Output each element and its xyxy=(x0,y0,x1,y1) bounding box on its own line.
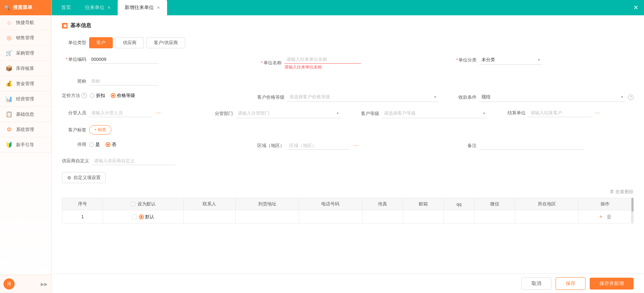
sidebar-item-basic-info[interactable]: 📋 基础信息 xyxy=(0,107,51,122)
pricing-method-radios: 折扣 价格等级 xyxy=(90,92,135,99)
main-area: 首页 往来单位 ✕ 新增往来单位 ✕ ✕ ▣ 基本信息 单位类型 客户 供应商 … xyxy=(52,0,644,293)
tags-label: 客户标签 xyxy=(62,127,86,133)
settlement-unit-input[interactable] xyxy=(528,109,591,117)
sidebar-item-quick-nav[interactable]: ⌂ 快捷导航 xyxy=(0,15,51,30)
customer-price-level-field: 客户价格等级 请选择客户价格等级 ▾ xyxy=(257,92,439,102)
sidebar-item-finance[interactable]: 💰 资金管理 xyxy=(0,76,51,91)
pricing-level-radio[interactable]: 价格等级 xyxy=(111,92,135,99)
col-default-label: 设为默认 xyxy=(138,201,156,207)
cell-fax xyxy=(362,210,403,223)
expand-icon[interactable]: ▶▶ xyxy=(41,282,48,287)
unit-name-input[interactable] xyxy=(284,55,361,64)
add-tag-button[interactable]: + 标签 xyxy=(89,125,111,135)
customer-price-level-label: 客户价格等级 xyxy=(257,94,284,100)
pricing-discount-radio[interactable]: 折扣 xyxy=(90,92,105,99)
level-label: 价格等级 xyxy=(117,92,135,99)
contacts-table: 序号 设为默认 联系人 到货地址 电话号码 传真 邮箱 qq xyxy=(62,198,631,223)
unit-type-supplier[interactable]: 供应商 xyxy=(116,37,144,48)
customer-price-level-select[interactable]: 请选择客户价格等级 ▾ xyxy=(287,92,439,102)
sidebar-item-inventory[interactable]: 📦 库存核算 xyxy=(0,61,51,76)
customer-level-label: 客户等级 xyxy=(355,111,379,117)
pricing-row: 定价方法 ? 折扣 价格等级 客户价格等级 请选择客户价 xyxy=(62,92,634,102)
tab-bar-close[interactable]: ✕ xyxy=(630,4,641,11)
sidebar-item-label: 经营管理 xyxy=(16,96,34,102)
req-mark3: * xyxy=(456,57,458,63)
payment-terms-select[interactable]: 现结 ▾ xyxy=(479,92,625,102)
tab-home[interactable]: 首页 xyxy=(54,0,78,15)
remark-input[interactable] xyxy=(479,141,584,150)
yes-circle xyxy=(89,142,94,147)
save-button[interactable]: 保存 xyxy=(556,277,586,290)
col-qq: qq xyxy=(443,198,474,210)
unit-type-customer[interactable]: 客户 xyxy=(89,37,113,48)
pricing-method-field: 定价方法 ? 折扣 价格等级 xyxy=(62,92,243,99)
table-scrollbar[interactable] xyxy=(631,198,634,223)
discount-label: 折扣 xyxy=(96,92,105,99)
disabled-row: 停用 是 否 区域（地区） ··· 备注 xyxy=(62,141,634,150)
payment-help-icon[interactable]: ? xyxy=(628,95,634,100)
unit-type-both[interactable]: 客户/供应商 xyxy=(147,37,185,48)
tab-partner-list[interactable]: 往来单位 ✕ xyxy=(78,0,118,15)
unit-category-select[interactable]: 未分类 ▾ xyxy=(479,55,542,65)
unit-code-input[interactable] xyxy=(89,55,159,64)
col-index: 序号 xyxy=(62,198,103,210)
pricing-help-icon[interactable]: ? xyxy=(81,93,87,98)
manager-row: 分管人员 ··· 分管部门 请输入分管部门 ▾ 客户等级 请选择客户等级 ▾ 结… xyxy=(62,109,634,118)
department-select[interactable]: 请输入分管部门 ▾ xyxy=(236,109,341,118)
region-input[interactable] xyxy=(287,141,350,150)
default-label: 默认 xyxy=(145,214,154,220)
no-label: 否 xyxy=(112,141,116,148)
supplier-custom-input[interactable] xyxy=(92,157,175,165)
col-default: 设为默认 xyxy=(103,198,184,210)
no-circle xyxy=(105,142,110,147)
close-partner-list-tab[interactable]: ✕ xyxy=(107,5,111,10)
sidebar-item-system[interactable]: ⚙ 系统管理 xyxy=(0,122,51,137)
guide-icon: 🔰 xyxy=(6,141,13,148)
settlement-more[interactable]: ··· xyxy=(594,110,601,116)
custom-settings-button[interactable]: ⚙ 自定义项设置 xyxy=(62,172,106,183)
payment-terms-label: 收款条件 xyxy=(452,94,477,100)
customer-price-level-placeholder: 请选择客户价格等级 xyxy=(289,94,330,100)
delete-row-icon[interactable]: 🗑 xyxy=(606,214,612,220)
sidebar-item-guide[interactable]: 🔰 新手引导 xyxy=(0,137,51,153)
short-name-input[interactable] xyxy=(89,77,159,86)
sidebar-item-purchase[interactable]: 🛒 采购管理 xyxy=(0,46,51,61)
customer-level-select[interactable]: 请选择客户等级 ▾ xyxy=(382,109,487,118)
manager-field: 分管人员 ··· xyxy=(62,109,195,117)
add-row-icon[interactable]: ＋ xyxy=(598,213,604,220)
section-title-icon: ▣ xyxy=(62,23,68,29)
cancel-button[interactable]: 取消 xyxy=(521,277,551,290)
sidebar-item-label: 库存核算 xyxy=(16,65,34,72)
close-new-partner-tab[interactable]: ✕ xyxy=(157,5,160,10)
sidebar-search[interactable]: 🔍 搜索菜单 xyxy=(0,0,51,15)
tab-new-partner[interactable]: 新增往来单位 ✕ xyxy=(118,0,167,15)
region-more[interactable]: ··· xyxy=(353,143,360,149)
cell-email xyxy=(403,210,443,223)
row-checkbox[interactable] xyxy=(132,214,137,219)
manager-more[interactable]: ··· xyxy=(155,110,162,116)
region-field: 区域（地区） ··· xyxy=(257,141,439,150)
header-checkbox[interactable] xyxy=(131,202,135,206)
unit-name-field-wrap: 请输入往来单位名称 xyxy=(284,55,439,70)
disabled-field: 停用 是 否 xyxy=(62,141,243,148)
manager-input[interactable] xyxy=(89,109,152,117)
unit-category-field: *单位分类 未分类 ▾ xyxy=(452,55,634,65)
disabled-yes-radio[interactable]: 是 xyxy=(89,141,100,148)
disabled-no-radio[interactable]: 否 xyxy=(105,141,116,148)
payment-terms-field: 收款条件 现结 ▾ ? xyxy=(452,92,634,102)
search-icon: 🔍 xyxy=(4,5,10,10)
default-radio[interactable]: 默认 xyxy=(139,214,154,220)
sidebar-search-label: 搜索菜单 xyxy=(13,5,32,11)
col-address: 到货地址 xyxy=(236,198,299,210)
sidebar-item-operations[interactable]: 📊 经营管理 xyxy=(0,91,51,107)
sidebar-item-sales[interactable]: ◎ 销售管理 xyxy=(0,30,51,46)
save-add-button[interactable]: 保存并新增 xyxy=(590,278,634,290)
cell-wechat xyxy=(474,210,515,223)
customer-level-placeholder: 请选择客户等级 xyxy=(384,110,416,116)
unit-name-field: *单位名称 请输入往来单位名称 xyxy=(257,55,439,70)
batch-delete-label[interactable]: 批量删除 xyxy=(615,189,634,195)
row-actions: ＋ 🗑 xyxy=(582,213,628,220)
bottom-bar: 取消 保存 保存并新增 xyxy=(52,274,644,293)
tab-partner-list-label: 往来单位 xyxy=(85,5,104,11)
supplier-custom-row: 供应商自定义 xyxy=(62,157,634,165)
